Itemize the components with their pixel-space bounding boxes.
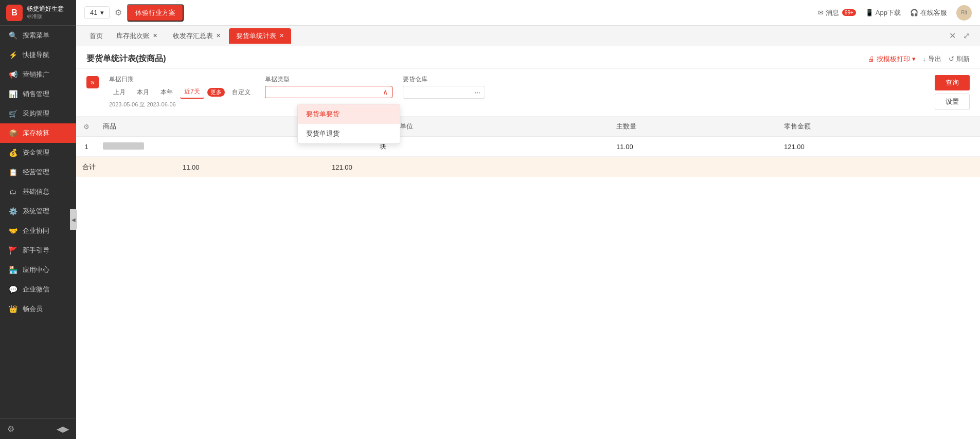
- input-clear-icon[interactable]: ∧: [383, 88, 388, 96]
- table-col-settings[interactable]: ⚙: [76, 117, 97, 137]
- date-prev-month-btn[interactable]: 上月: [109, 86, 130, 98]
- sidebar-item-purchase[interactable]: 🛒 采购管理: [0, 104, 76, 123]
- filter-expand-btn[interactable]: »: [86, 76, 99, 88]
- sidebar-footer: ⚙ ◀▶: [0, 418, 76, 439]
- tab-home[interactable]: 首页: [84, 28, 108, 44]
- page-title: 要货单统计表(按商品): [86, 53, 166, 64]
- sidebar-item-wxwork[interactable]: 💬 企业微信: [0, 280, 76, 299]
- message-btn[interactable]: ✉ 消息 99+: [818, 8, 856, 17]
- date-this-year-btn[interactable]: 本年: [156, 86, 177, 98]
- sidebar-item-label: 系统管理: [23, 207, 69, 216]
- topbar: 41 ▾ ⚙ 体验行业方案 ✉ 消息 99+ 📱 App下载 🎧 在线客服 Ri…: [76, 0, 980, 26]
- doc-type-input-wrap[interactable]: ∧: [265, 86, 393, 98]
- collapse-icon[interactable]: ◀▶: [57, 424, 69, 434]
- maximize-btn[interactable]: ⤢: [961, 30, 972, 42]
- sidebar-item-basic[interactable]: 🗂 基础信息: [0, 182, 76, 202]
- guide-icon: 🚩: [7, 246, 19, 254]
- system-icon: ⚙️: [7, 207, 19, 215]
- dropdown-item-order-purchase[interactable]: 要货单要货: [298, 104, 400, 124]
- warehouse-input[interactable]: ···: [403, 86, 485, 99]
- enterprise-icon: 🤝: [7, 227, 19, 235]
- trial-btn[interactable]: 体验行业方案: [127, 4, 184, 22]
- amount-cell: 121.00: [778, 137, 980, 157]
- topbar-left: 41 ▾ ⚙ 体验行业方案: [84, 4, 818, 22]
- sidebar-item-sales[interactable]: 📊 销售管理: [0, 84, 76, 104]
- org-name: 41: [90, 9, 97, 16]
- table-header-row: ⚙ 商品 主计量单位 主数量 零售金额: [76, 117, 980, 137]
- tab-close-icon[interactable]: ✕: [153, 32, 157, 39]
- online-service-btn[interactable]: 🎧 在线客服: [910, 8, 947, 17]
- sidebar-item-shortcut[interactable]: ⚡ 快捷导航: [0, 45, 76, 65]
- sidebar-item-inventory[interactable]: 📦 库存核算: [0, 123, 76, 143]
- export-label: 导出: [928, 54, 941, 64]
- org-selector[interactable]: 41 ▾: [84, 6, 110, 19]
- query-btn[interactable]: 查询: [935, 75, 970, 90]
- sidebar-item-marketing[interactable]: 📢 营销推广: [0, 65, 76, 84]
- product-name-blurred: [103, 142, 144, 150]
- tab-collection-summary[interactable]: 收发存汇总表 ✕: [166, 28, 228, 44]
- page-actions: 🖨 按模板打印 ▾ ↓ 导出 ↺ 刷新: [868, 54, 970, 64]
- tab-close-icon[interactable]: ✕: [216, 32, 221, 39]
- date-this-month-btn[interactable]: 本月: [133, 86, 153, 98]
- sidebar-item-label: 资金管理: [23, 148, 69, 157]
- user-avatar[interactable]: Rit: [956, 5, 972, 21]
- sidebar-item-guide[interactable]: 🚩 新手引导: [0, 241, 76, 260]
- logo-icon: B: [6, 5, 23, 21]
- sidebar-item-search[interactable]: 🔍 搜索菜单: [0, 26, 76, 45]
- setting-btn[interactable]: 设置: [935, 94, 970, 110]
- column-settings-icon[interactable]: ⚙: [83, 123, 90, 131]
- dropdown-item-order-return[interactable]: 要货单退货: [298, 124, 400, 143]
- date-7days-btn[interactable]: 近7天: [180, 86, 204, 99]
- sidebar-item-operation[interactable]: 📋 经营管理: [0, 162, 76, 182]
- date-more-badge[interactable]: 更多: [207, 88, 225, 97]
- message-badge: 99+: [842, 9, 856, 16]
- topbar-gear-icon[interactable]: ⚙: [115, 8, 122, 17]
- refresh-btn[interactable]: ↺ 刷新: [949, 54, 970, 64]
- sidebar-collapse-btn[interactable]: ◀: [70, 209, 77, 230]
- data-table-wrap: ⚙ 商品 主计量单位 主数量 零售金额 1 块: [76, 117, 980, 157]
- page-header: 要货单统计表(按商品) 🖨 按模板打印 ▾ ↓ 导出 ↺ 刷新: [76, 46, 980, 69]
- sidebar-item-label: 经营管理: [23, 168, 69, 177]
- sidebar-item-label: 新手引导: [23, 246, 69, 255]
- sidebar-item-label: 库存核算: [23, 129, 69, 138]
- home-tab-label: 首页: [90, 31, 103, 41]
- app-logo: B 畅捷通好生意 标准版: [0, 0, 76, 26]
- service-label: 在线客服: [920, 8, 947, 17]
- table-col-amount: 零售金额: [778, 117, 980, 137]
- flash-icon: ⚡: [7, 51, 19, 59]
- sidebar-item-label: 企业协同: [23, 226, 69, 235]
- settings-footer-icon[interactable]: ⚙: [7, 424, 14, 434]
- headset-icon: 🎧: [910, 9, 918, 16]
- export-icon: ↓: [923, 55, 926, 63]
- sidebar-item-label: 销售管理: [23, 89, 69, 99]
- sidebar-item-vip[interactable]: 👑 畅会员: [0, 299, 76, 319]
- tab-order-summary[interactable]: 要货单统计表 ✕: [229, 28, 291, 44]
- sidebar-item-enterprise[interactable]: 🤝 企业协同: [0, 221, 76, 241]
- sidebar-item-finance[interactable]: 💰 资金管理: [0, 143, 76, 162]
- close-all-tabs-btn[interactable]: ✕: [947, 30, 958, 42]
- print-template-btn[interactable]: 🖨 按模板打印 ▾: [868, 54, 916, 64]
- doc-type-input[interactable]: [270, 88, 383, 96]
- sidebar: B 畅捷通好生意 标准版 🔍 搜索菜单 ⚡ 快捷导航 📢 营销推广 📊 销售管理…: [0, 0, 76, 439]
- sidebar-item-label: 搜索菜单: [23, 31, 69, 40]
- message-label: 消息: [826, 8, 839, 17]
- sidebar-item-appstore[interactable]: 🏪 应用中心: [0, 260, 76, 280]
- filter-bar: » 单据日期 上月 本月 本年 近7天 更多 自定义 2023-05-06 至 …: [76, 69, 980, 117]
- date-filter-label: 单据日期: [109, 75, 255, 84]
- tab-label: 要货单统计表: [236, 31, 276, 41]
- qty-cell: 11.00: [610, 137, 778, 157]
- avatar-text: Rit: [961, 10, 967, 15]
- tab-label: 库存批次账: [116, 31, 150, 41]
- tab-inventory-batch[interactable]: 库存批次账 ✕: [109, 28, 165, 44]
- app-download-btn[interactable]: 📱 App下载: [865, 8, 901, 17]
- page-content: 要货单统计表(按商品) 🖨 按模板打印 ▾ ↓ 导出 ↺ 刷新 »: [76, 46, 980, 439]
- sidebar-item-system[interactable]: ⚙️ 系统管理: [0, 202, 76, 221]
- date-range-display: 2023-05-06 至 2023-06-06: [109, 101, 255, 108]
- app-label: App下载: [876, 8, 901, 17]
- sidebar-item-label: 应用中心: [23, 265, 69, 275]
- tab-close-icon[interactable]: ✕: [279, 32, 284, 39]
- export-btn[interactable]: ↓ 导出: [923, 54, 942, 64]
- message-icon: ✉: [818, 9, 824, 16]
- marketing-icon: 📢: [7, 70, 19, 79]
- date-custom-btn[interactable]: 自定义: [228, 86, 255, 98]
